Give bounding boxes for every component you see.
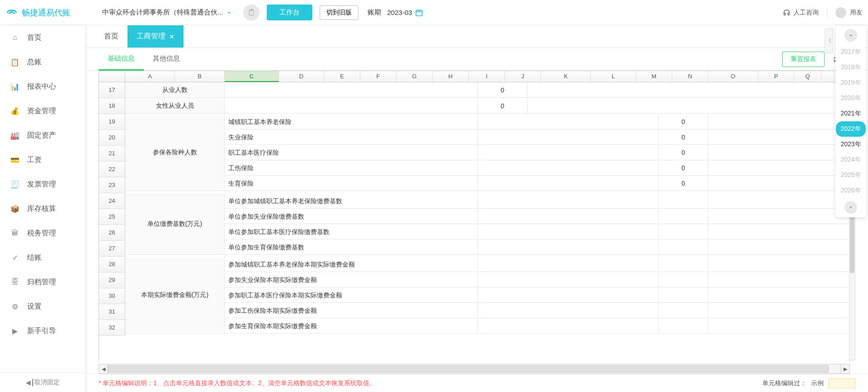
workbench-button[interactable]: 工作台 [267,5,312,20]
cell-empty[interactable] [708,176,849,191]
year-down-arrow[interactable] [844,201,857,214]
row-group-label[interactable]: 女性从业人员 [125,98,225,114]
tab-close-icon[interactable]: ✕ [169,33,175,40]
cell-empty[interactable] [478,239,659,255]
col-header-Q[interactable]: Q [794,71,821,82]
horizontal-scrollbar[interactable]: ◀ ▶ [99,364,850,374]
cell-value[interactable] [659,193,708,209]
row-header[interactable]: 27 [99,241,125,257]
col-header-K[interactable]: K [541,71,591,82]
org-selector[interactable]: 中审众环会计师事务所（特殊普通合伙... [102,8,232,17]
cell-empty[interactable] [478,114,659,129]
cell-empty[interactable] [528,82,849,98]
cell-desc[interactable]: 参加生育保险本期实际缴费金额 [225,318,478,334]
row-header[interactable]: 30 [99,288,125,304]
scroll-thumb[interactable] [108,365,829,373]
scroll-left-arrow[interactable]: ◀ [99,364,108,373]
col-header-I[interactable]: I [469,71,505,82]
year-item-4[interactable]: 2021年 [836,106,865,121]
cell-empty[interactable] [478,176,659,191]
sidebar-item-7[interactable]: 📦库存核算 [0,196,85,221]
cell-desc[interactable]: 生育保险 [225,176,478,191]
row-header[interactable]: 25 [99,209,125,225]
cell-empty[interactable] [708,145,849,160]
cell-value[interactable] [659,224,708,239]
cell-value[interactable]: 0 [659,160,708,176]
sidebar-item-8[interactable]: 🏛税务管理 [0,221,85,245]
col-header-M[interactable]: M [636,71,672,82]
tab-0[interactable]: 首页 [95,25,127,48]
cell-empty[interactable] [478,272,659,287]
unpin-button[interactable]: ◀┃ 取消固定 [0,373,85,392]
sidebar-item-4[interactable]: 🏭固定资产 [0,123,85,148]
cell-value[interactable]: 0 [478,82,528,98]
cell-desc[interactable]: 工伤保险 [225,160,478,176]
cell-empty[interactable] [708,209,849,224]
cell-empty[interactable] [478,257,659,272]
cell-empty[interactable] [478,303,659,318]
col-header-H[interactable]: H [433,71,469,82]
col-header-G[interactable]: G [396,71,433,82]
cell-value[interactable] [659,303,708,318]
cell-empty[interactable] [708,114,849,129]
vscroll-thumb[interactable] [850,210,854,273]
cell-empty[interactable] [478,318,659,334]
cell-empty[interactable] [708,303,849,318]
sidebar-item-5[interactable]: 💳工资 [0,148,85,172]
cell-empty[interactable] [708,129,849,145]
cell-value[interactable]: 0 [659,176,708,191]
cell-empty[interactable] [708,318,849,334]
cell-desc[interactable]: 单位参加生育保险缴费基数 [225,239,478,255]
year-up-arrow[interactable] [844,29,857,42]
cell-desc[interactable]: 参加城镇职工基本养老保险本期实际缴费金额 [225,257,478,272]
col-header-J[interactable]: J [505,71,541,82]
cell-desc[interactable]: 单位参加失业保险缴费基数 [225,209,478,224]
cell-empty[interactable] [708,239,849,255]
cell-desc[interactable] [225,82,478,98]
cell-empty[interactable] [478,145,659,160]
row-header[interactable]: 18 [99,98,125,114]
sidebar-item-6[interactable]: 🧾发票管理 [0,172,85,196]
logo[interactable]: 畅捷通易代账 [5,6,71,19]
col-header-E[interactable]: E [324,71,360,82]
cell-empty[interactable] [478,224,659,239]
cell-desc[interactable]: 失业保险 [225,129,478,145]
calendar-icon[interactable] [415,9,423,17]
sidebar-item-10[interactable]: 🗄归档管理 [0,270,85,294]
cell-empty[interactable] [708,272,849,287]
select-all-corner[interactable] [99,71,125,82]
sidebar-item-3[interactable]: 💰资金管理 [0,99,85,123]
row-header[interactable]: 31 [99,304,125,320]
col-header-F[interactable]: F [360,71,396,82]
col-header-P[interactable]: P [758,71,794,82]
cell-value[interactable]: 0 [659,145,708,160]
cell-empty[interactable] [478,209,659,224]
cell-empty[interactable] [478,129,659,145]
row-header[interactable]: 24 [99,193,125,209]
collapse-year-panel[interactable]: 《 [825,28,833,53]
col-header-B[interactable]: B [175,71,225,82]
cell-desc[interactable]: 单位参加城镇职工基本养老保险缴费基数 [225,193,478,209]
row-header[interactable]: 23 [99,177,125,193]
cell-empty[interactable] [708,224,849,239]
row-header[interactable]: 26 [99,225,125,241]
col-header-D[interactable]: D [279,71,324,82]
period-value[interactable]: 2023-03 [387,9,412,16]
sidebar-item-12[interactable]: ▶新手引导 [0,319,85,343]
row-group-label[interactable]: 从业人数 [125,82,225,98]
col-header-A[interactable]: A [125,71,175,82]
year-item-5[interactable]: 2022年 [836,121,865,137]
sidebar-item-2[interactable]: 📊报表中心 [0,74,85,99]
cell-value[interactable] [659,272,708,287]
year-item-6[interactable]: 2023年 [836,137,865,152]
scroll-right-arrow[interactable]: ▶ [840,364,849,373]
subtab-0[interactable]: 基础信息 [99,48,144,71]
row-header[interactable]: 17 [99,82,125,98]
cell-desc[interactable] [225,98,478,114]
grid-body[interactable]: 17从业人数018女性从业人员01920212223参保各险种人数城镇职工基本养… [99,82,850,362]
col-header-O[interactable]: O [708,71,758,82]
row-header[interactable]: 20 [99,130,125,146]
col-header-N[interactable]: N [672,71,708,82]
row-header[interactable]: 29 [99,272,125,288]
reset-report-button[interactable]: 重置报表 [782,52,825,67]
